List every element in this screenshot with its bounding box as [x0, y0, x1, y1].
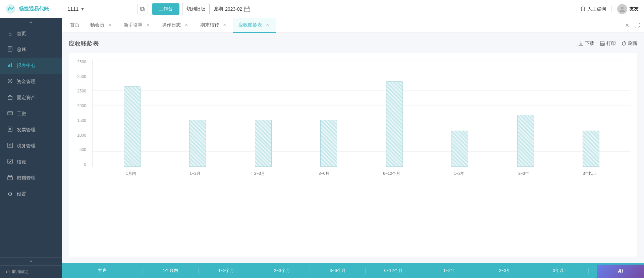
tab-period-end[interactable]: 期末结转 ✕: [195, 18, 233, 33]
sidebar-scroll-up[interactable]: ▲: [30, 20, 33, 24]
company-selector: 1111 ▾: [67, 6, 135, 12]
tab-ar-aging[interactable]: 应收账龄表 ✕: [233, 18, 276, 33]
tab-period-end-close[interactable]: ✕: [221, 22, 228, 28]
tab-expand-button[interactable]: ⛶: [633, 21, 641, 30]
sidebar-item-archive[interactable]: 归档管理: [0, 170, 62, 186]
bar-group-0: [124, 86, 141, 167]
settings-icon: ⚙: [7, 191, 13, 197]
period-value: 2023-02: [225, 6, 242, 12]
svg-rect-33: [601, 44, 604, 45]
th-customer: 客户: [62, 268, 143, 274]
refresh-icon: [621, 41, 627, 46]
archive-icon: [7, 175, 13, 182]
tax-icon: [7, 143, 13, 149]
sidebar-item-funds[interactable]: ¥ 资金管理: [0, 74, 62, 90]
svg-point-8: [621, 7, 624, 9]
sidebar-item-settings[interactable]: ⚙ 设置: [0, 186, 62, 202]
bar-6: [517, 115, 534, 167]
y-label-6: 500: [79, 147, 86, 152]
page-content: 应收账龄表 下载 打印 刷新: [62, 33, 644, 263]
tab-member[interactable]: 畅会员 ✕: [85, 18, 118, 33]
page-header: 应收账龄表 下载 打印 刷新: [69, 40, 637, 48]
tab-member-close[interactable]: ✕: [106, 22, 113, 28]
bar-1: [189, 120, 206, 167]
svg-rect-28: [8, 177, 12, 180]
refresh-button[interactable]: 刷新: [621, 41, 637, 47]
home-icon: ⌂: [7, 31, 13, 37]
x-label-5: 1~2年: [454, 171, 465, 177]
ai-badge[interactable]: Ai: [597, 265, 644, 278]
tabs-right: ✕ ⛶: [624, 21, 641, 30]
sidebar: ▲ ⌂ 首页 总账 报表中心 ¥ 资金管理: [0, 18, 62, 278]
tab-log[interactable]: 操作日志 ✕: [157, 18, 195, 33]
bar-5: [451, 131, 468, 167]
y-label-3: 2000: [77, 103, 86, 108]
sidebar-label-settings: 设置: [17, 191, 26, 197]
logo-text: 畅捷通易代账: [19, 6, 49, 12]
svg-rect-14: [9, 64, 10, 67]
workbench-button[interactable]: 工作台: [152, 3, 179, 15]
cancel-fixed-button[interactable]: 取消固定: [0, 265, 62, 278]
x-label-2: 2~3月: [254, 171, 265, 177]
y-label-1: 2500: [77, 74, 86, 79]
svg-point-7: [581, 7, 585, 10]
tabs-bar: 首页 畅会员 ✕ 新手引导 ✕ 操作日志 ✕ 期末结转 ✕ 应收账龄表 ✕: [62, 18, 644, 33]
sidebar-item-reports[interactable]: 报表中心: [0, 58, 62, 74]
download-button[interactable]: 下载: [578, 41, 594, 47]
user-avatar: [617, 4, 627, 14]
tab-guide-close[interactable]: ✕: [145, 22, 151, 28]
header-divider: [611, 6, 612, 12]
tab-ar-aging-close[interactable]: ✕: [264, 22, 271, 28]
th-1month: 1个月内: [143, 268, 199, 274]
calendar-icon[interactable]: [244, 6, 250, 12]
tab-guide-label: 新手引导: [124, 22, 143, 28]
sidebar-item-tax[interactable]: 税务管理: [0, 138, 62, 154]
sidebar-item-invoice[interactable]: 发票管理: [0, 122, 62, 138]
bar-group-1: [189, 120, 206, 167]
sidebar-item-settlement[interactable]: 结账: [0, 154, 62, 170]
tab-log-label: 操作日志: [162, 22, 181, 28]
sidebar-scroll-down[interactable]: ▼: [30, 260, 33, 263]
sidebar-label-tax: 税务管理: [17, 143, 36, 149]
copy-button[interactable]: [137, 4, 148, 14]
logo-icon: [5, 4, 16, 14]
th-3plus-year: 3年以上: [533, 268, 589, 274]
bar-group-5: [451, 131, 468, 167]
sidebar-item-assets[interactable]: 固定资产: [0, 90, 62, 106]
svg-rect-31: [601, 41, 604, 43]
th-6-12month: 6~12个月: [366, 268, 421, 274]
x-label-1: 1~2月: [190, 171, 200, 177]
period-label: 账期: [214, 6, 223, 12]
svg-rect-18: [8, 97, 12, 99]
sidebar-label-home: 首页: [17, 31, 26, 37]
download-label: 下载: [585, 41, 594, 47]
sidebar-label-funds: 资金管理: [17, 79, 36, 85]
print-icon: [600, 41, 605, 46]
print-label: 打印: [606, 41, 616, 47]
switch-version-button[interactable]: 切到旧版: [182, 3, 210, 15]
svg-rect-15: [11, 63, 12, 67]
tab-home[interactable]: 首页: [65, 18, 85, 33]
company-name: 1111: [67, 6, 78, 12]
company-dropdown-button[interactable]: ▾: [81, 6, 84, 12]
period-area: 账期 2023-02: [214, 6, 250, 12]
sidebar-item-payroll[interactable]: 工资: [0, 106, 62, 122]
th-1-2month: 1~2个月: [199, 268, 254, 274]
sidebar-item-home[interactable]: ⌂ 首页: [0, 26, 62, 42]
bar-group-6: [517, 115, 534, 167]
tab-guide[interactable]: 新手引导 ✕: [118, 18, 157, 33]
tab-log-close[interactable]: ✕: [183, 22, 190, 28]
funds-icon: ¥: [7, 78, 13, 85]
svg-text:¥: ¥: [9, 80, 11, 83]
refresh-label: 刷新: [628, 41, 637, 47]
x-label-7: 3年以上: [583, 171, 597, 177]
tab-close-all-button[interactable]: ✕: [624, 21, 631, 30]
print-button[interactable]: 打印: [600, 41, 616, 47]
header: 畅捷通易代账 1111 ▾ 工作台 切到旧版 账期 2023-02 人工咨询 友…: [0, 0, 644, 18]
ai-badge-label: Ai: [618, 268, 623, 274]
consult-button[interactable]: 人工咨询: [580, 6, 606, 12]
user-area[interactable]: 友友: [617, 4, 639, 14]
sidebar-item-ledger[interactable]: 总账: [0, 42, 62, 58]
sidebar-label-settlement: 结账: [17, 159, 26, 165]
bar-3: [320, 120, 337, 167]
